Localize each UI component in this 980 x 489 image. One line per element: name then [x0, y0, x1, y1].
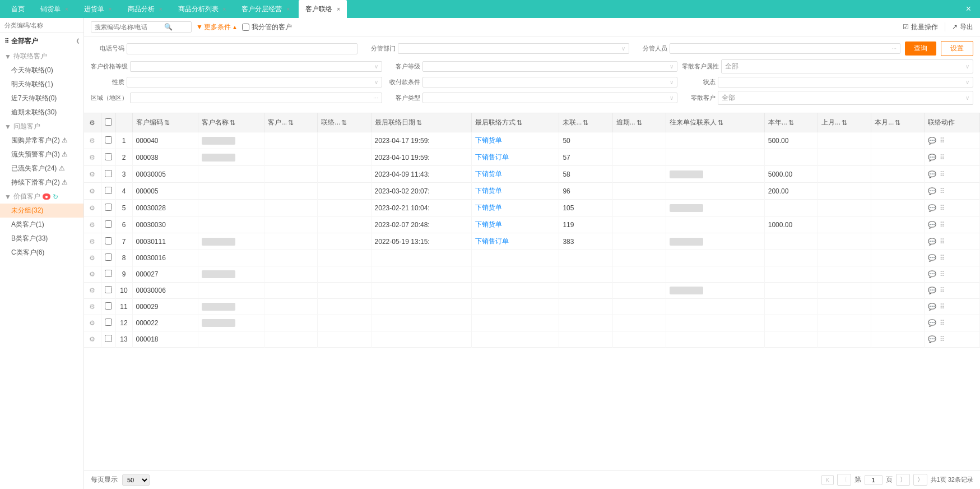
export-btn[interactable]: ↗ 导出	[952, 22, 973, 32]
tab-customer-layer-close[interactable]: ×	[286, 6, 290, 12]
my-customers-checkbox[interactable]	[242, 24, 249, 31]
last-method-link[interactable]: 下销货单	[475, 136, 502, 144]
last-method-link[interactable]: 下销货单	[475, 170, 502, 178]
more-icon[interactable]: ⠿	[940, 270, 945, 278]
row-checkbox[interactable]	[105, 319, 112, 326]
tab-goods-list-close[interactable]: ×	[223, 6, 226, 12]
row-checkbox[interactable]	[105, 170, 112, 177]
chat-icon[interactable]: 💬	[928, 287, 936, 294]
chat-icon[interactable]: 💬	[928, 170, 936, 178]
row-checkbox[interactable]	[105, 237, 112, 245]
col-last-method[interactable]: 最后联络方式 ⇅	[471, 113, 559, 132]
col-uncontacted[interactable]: 未联... ⇅	[559, 113, 612, 132]
row-checkbox-cell[interactable]	[101, 200, 115, 216]
section-value-customers[interactable]: ▼ 价值客户 ● ↻	[0, 190, 83, 204]
tab-goods-analysis-close[interactable]: ×	[159, 6, 162, 12]
tab-customer-contact[interactable]: 客户联络 ×	[299, 0, 347, 18]
row-checkbox-cell[interactable]	[101, 216, 115, 233]
tab-purchase[interactable]: 进货单 ×	[77, 0, 119, 18]
search-input[interactable]	[95, 24, 162, 30]
filter-phone-input[interactable]	[127, 43, 357, 54]
search-box[interactable]: 🔍	[91, 21, 192, 33]
col-contact[interactable]: 联络... ⇅	[318, 113, 371, 132]
row-checkbox[interactable]	[105, 253, 112, 261]
row-checkbox[interactable]	[105, 220, 112, 228]
row-last-method[interactable]: 下销货单	[471, 183, 559, 200]
row-checkbox-cell[interactable]	[101, 149, 115, 166]
more-icon[interactable]: ⠿	[940, 287, 945, 294]
reset-button[interactable]: 设置	[941, 41, 973, 56]
page-number-input[interactable]	[865, 475, 883, 485]
row-checkbox[interactable]	[105, 302, 112, 310]
search-icon[interactable]: 🔍	[164, 23, 173, 31]
col-last-month[interactable]: 上月... ⇅	[818, 113, 871, 132]
row-last-method[interactable]	[471, 266, 559, 283]
sidebar-item-ungrouped[interactable]: 未分组(32)	[0, 204, 83, 218]
more-icon[interactable]: ⠿	[940, 170, 945, 178]
sidebar-item-today[interactable]: 今天待联络(0)	[0, 63, 83, 77]
row-gear-icon[interactable]: ⚙	[89, 254, 95, 262]
col-this-month[interactable]: 本月... ⇅	[871, 113, 925, 132]
row-checkbox[interactable]	[105, 153, 112, 160]
sidebar-item-c-class[interactable]: C类客户(6)	[0, 246, 83, 260]
all-customers-header[interactable]: ⠿ 全部客户 《	[0, 33, 83, 49]
per-page-select[interactable]: 50 100 200	[122, 474, 150, 486]
chat-icon[interactable]: 💬	[928, 254, 936, 262]
refresh-icon[interactable]: ↻	[53, 193, 58, 201]
tab-sales-close[interactable]: ×	[65, 6, 68, 12]
row-gear[interactable]: ⚙	[84, 315, 101, 331]
last-method-link[interactable]: 下销货单	[475, 187, 502, 195]
tab-goods-analysis[interactable]: 商品分析 ×	[121, 0, 169, 18]
row-checkbox[interactable]	[105, 136, 112, 144]
more-icon[interactable]: ⠿	[940, 254, 945, 262]
col-select-all[interactable]	[101, 113, 115, 132]
more-icon[interactable]: ⠿	[940, 319, 945, 327]
col-name[interactable]: 客户名称 ⇅	[198, 113, 264, 132]
row-gear-icon[interactable]: ⚙	[89, 154, 95, 162]
row-checkbox[interactable]	[105, 187, 112, 194]
row-last-method[interactable]	[471, 250, 559, 266]
more-icon[interactable]: ⠿	[940, 221, 945, 229]
last-method-link[interactable]: 下销售订单	[475, 153, 509, 161]
row-last-method[interactable]	[471, 299, 559, 315]
my-customers-checkbox-label[interactable]: 我分管的客户	[242, 22, 292, 32]
row-gear-icon[interactable]: ⚙	[89, 170, 95, 178]
row-gear-icon[interactable]: ⚙	[89, 204, 95, 212]
sidebar-item-b-class[interactable]: B类客户(33)	[0, 232, 83, 246]
more-icon[interactable]: ⠿	[940, 303, 945, 311]
row-gear[interactable]: ⚙	[84, 250, 101, 266]
col-contact-person[interactable]: 往来单位联系人 ⇅	[666, 113, 764, 132]
col-code[interactable]: 客户编码 ⇅	[132, 113, 198, 132]
chat-icon[interactable]: 💬	[928, 335, 936, 343]
filter-status-select[interactable]: ∨	[718, 77, 973, 87]
row-last-method[interactable]: 下销货单	[471, 216, 559, 233]
row-checkbox-cell[interactable]	[101, 166, 115, 183]
chat-icon[interactable]: 💬	[928, 319, 936, 327]
filter-customer-level-select[interactable]: ∨	[422, 61, 678, 72]
last-method-link[interactable]: 下销货单	[475, 204, 502, 211]
row-gear[interactable]: ⚙	[84, 283, 101, 299]
col-type[interactable]: 客户... ⇅	[264, 113, 318, 132]
filter-price-level-select[interactable]: ∨	[130, 61, 382, 72]
row-checkbox[interactable]	[105, 204, 112, 211]
row-checkbox-cell[interactable]	[101, 283, 115, 299]
row-gear[interactable]: ⚙	[84, 200, 101, 216]
last-method-link[interactable]: 下销货单	[475, 220, 502, 228]
col-last-date[interactable]: 最后联络日期 ⇅	[371, 113, 471, 132]
tab-goods-list[interactable]: 商品分析列表 ×	[171, 0, 233, 18]
row-gear[interactable]: ⚙	[84, 216, 101, 233]
sidebar-item-abnormal[interactable]: 囤购异常客户(2) ⚠	[0, 133, 83, 147]
last-method-link[interactable]: 下销售订单	[475, 237, 509, 245]
row-gear[interactable]: ⚙	[84, 266, 101, 283]
row-checkbox-cell[interactable]	[101, 331, 115, 348]
chat-icon[interactable]: 💬	[928, 303, 936, 311]
chat-icon[interactable]: 💬	[928, 204, 936, 212]
row-gear[interactable]: ⚙	[84, 183, 101, 200]
filter-scattered-attr-select[interactable]: 全部 ∨	[721, 59, 973, 73]
row-gear[interactable]: ⚙	[84, 132, 101, 149]
row-gear-icon[interactable]: ⚙	[89, 238, 95, 246]
row-last-method[interactable]	[471, 283, 559, 299]
batch-op-btn[interactable]: ☑ 批量操作	[903, 22, 938, 32]
chat-icon[interactable]: 💬	[928, 137, 936, 145]
more-icon[interactable]: ⠿	[940, 335, 945, 343]
